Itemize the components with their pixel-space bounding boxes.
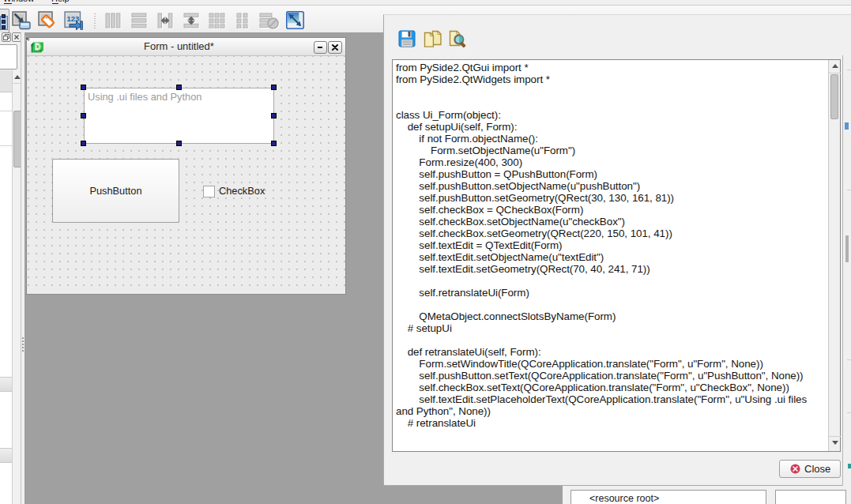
svg-text:123: 123 (67, 14, 80, 23)
svg-text:D: D (35, 43, 40, 51)
